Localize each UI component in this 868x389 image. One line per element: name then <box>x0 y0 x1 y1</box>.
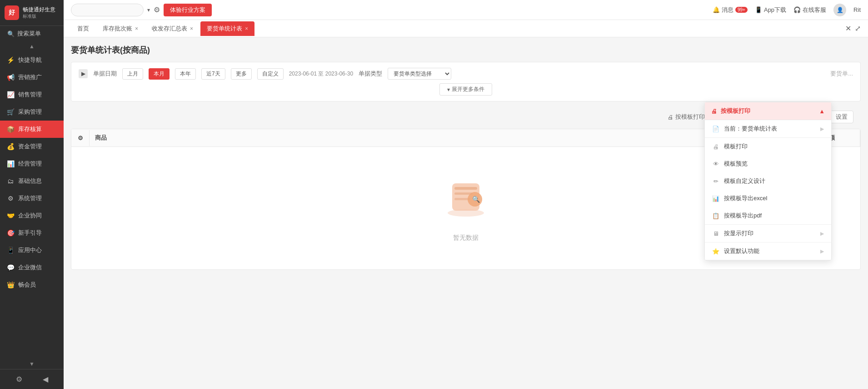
set-default-label: 设置默认功能 <box>724 247 759 255</box>
sidebar-search-label: 搜索菜单 <box>17 30 41 38</box>
dropdown-section-default: ⭐ 设置默认功能 ▶ <box>705 242 831 260</box>
topbar: ▾ ⚙ 体验行业方案 🔔 消息 99+ 📱 App下载 🎧 在线客服 👤 Rit <box>64 0 868 20</box>
template-pdf-label: 按模板导出pdf <box>724 212 762 220</box>
main-content: ▾ ⚙ 体验行业方案 🔔 消息 99+ 📱 App下载 🎧 在线客服 👤 Rit <box>64 0 868 389</box>
date-btn-current-year[interactable]: 本年 <box>175 68 196 80</box>
dropdown-item-template-design[interactable]: ✏ 模板自定义设计 <box>705 172 831 190</box>
dropdown-item-template-print[interactable]: 🖨 模板打印 <box>705 138 831 155</box>
close-window-btn[interactable]: ✕ <box>845 24 851 33</box>
filter-bar: ▶ 单据日期 上月 本月 本年 近7天 更多 自定义 2023-06-01 至 … <box>71 62 861 101</box>
th-settings[interactable]: ⚙ <box>71 130 90 146</box>
tab-order-stats[interactable]: 要货单统计表 × <box>200 21 254 36</box>
sidebar-item-finance[interactable]: 💰 资金管理 <box>0 138 64 155</box>
sidebar-search[interactable]: 🔍 搜索菜单 <box>0 26 64 41</box>
purchase-icon: 🛒 <box>6 108 15 116</box>
sidebar-item-label: 新手引导 <box>18 229 42 237</box>
date-btn-more[interactable]: 更多 <box>231 68 252 80</box>
order-type-select[interactable]: 要货单类型选择 <box>388 68 451 80</box>
sidebar-item-apps[interactable]: 📱 应用中心 <box>0 242 64 259</box>
tab-home[interactable]: 首页 <box>71 21 95 36</box>
date-btn-current-month[interactable]: 本月 <box>149 68 170 80</box>
template-excel-icon: 📊 <box>712 195 719 202</box>
template-print-label: 模板打印 <box>724 142 748 151</box>
svg-text:🔍: 🔍 <box>472 196 480 203</box>
filter-row-2: ▾ 展开更多条件 <box>79 83 853 96</box>
template-pdf-icon: 📋 <box>712 212 719 219</box>
bell-icon: 🔔 <box>713 6 720 13</box>
date-range: 2023-06-01 至 2023-06-30 <box>289 70 353 78</box>
settings-footer-btn[interactable]: ⚙ <box>16 375 22 384</box>
tab-inventory-batch-close[interactable]: × <box>135 25 138 32</box>
avatar[interactable]: 👤 <box>833 4 846 16</box>
sidebar-footer: ⚙ ◀ <box>0 369 64 389</box>
table-settings-btn[interactable]: 设置 <box>830 111 853 123</box>
logo-icon: 好 <box>5 5 19 20</box>
dropdown-section-items: 🖨 模板打印 👁 模板预览 ✏ 模板自定义设计 📊 按模板导出excel 📋 <box>705 138 831 225</box>
sidebar-item-guide[interactable]: 🎯 新手引导 <box>0 224 64 242</box>
dropdown-collapse-btn[interactable]: ▲ <box>819 108 825 115</box>
sidebar-item-member[interactable]: 👑 畅会员 <box>0 276 64 293</box>
sidebar-item-inventory[interactable]: 📦 库存核算 <box>0 121 64 138</box>
dropdown-item-current[interactable]: 📄 当前：要货单统计表 ▶ <box>705 120 831 137</box>
date-btn-last-month[interactable]: 上月 <box>122 68 143 80</box>
filter-expand-btn[interactable]: ▶ <box>79 69 88 78</box>
filter-more-options: 要货单... <box>830 70 853 78</box>
empty-icon: 🔍 <box>439 174 493 228</box>
sidebar-item-label: 库存核算 <box>18 125 42 133</box>
chevron-down-icon: ▾ <box>447 86 450 93</box>
display-print-label: 按显示打印 <box>724 229 753 237</box>
finance-icon: 💰 <box>6 143 15 150</box>
dropdown-section-display: 🖥 按显示打印 ▶ <box>705 225 831 242</box>
sidebar-item-marketing[interactable]: 📢 营销推广 <box>0 69 64 86</box>
app-download-btn[interactable]: 📱 App下载 <box>755 6 786 14</box>
display-print-arrow: ▶ <box>820 231 824 237</box>
filter-row-1: ▶ 单据日期 上月 本月 本年 近7天 更多 自定义 2023-06-01 至 … <box>79 68 853 80</box>
dropdown-item-template-excel[interactable]: 📊 按模板导出excel <box>705 190 831 207</box>
empty-text: 暂无数据 <box>453 234 479 242</box>
topbar-search-input[interactable] <box>71 4 144 16</box>
sidebar-item-label: 基础信息 <box>18 177 42 185</box>
quick-nav-icon: ⚡ <box>6 56 15 64</box>
topbar-dropdown-btn[interactable]: ▾ <box>147 7 150 13</box>
sidebar-item-label: 畅会员 <box>18 281 36 289</box>
dropdown-header[interactable]: 🖨 按模板打印 ▲ <box>705 102 831 120</box>
dropdown-item-set-default[interactable]: ⭐ 设置默认功能 ▶ <box>705 242 831 260</box>
sidebar-item-purchase[interactable]: 🛒 采购管理 <box>0 103 64 121</box>
dropdown-current-label: 当前：要货单统计表 <box>724 125 777 133</box>
current-template-icon: 📄 <box>712 126 719 132</box>
scroll-up[interactable]: ▲ <box>0 41 64 51</box>
collapse-btn[interactable]: ◀ <box>43 375 48 384</box>
dropdown-item-display-print[interactable]: 🖥 按显示打印 ▶ <box>705 225 831 242</box>
topbar-settings-icon[interactable]: ⚙ <box>154 5 160 14</box>
sidebar-item-label: 快捷导航 <box>18 56 42 64</box>
scroll-down[interactable]: ▼ <box>0 359 64 369</box>
inventory-icon: 📦 <box>6 126 15 133</box>
notifications-btn[interactable]: 🔔 消息 99+ <box>713 6 748 14</box>
date-btn-7days[interactable]: 近7天 <box>201 68 225 80</box>
tab-inventory-batch[interactable]: 库存批次账 × <box>96 21 145 36</box>
operation-icon: 📊 <box>6 160 15 167</box>
collab-icon: 🤝 <box>6 212 15 219</box>
date-btn-custom[interactable]: 自定义 <box>257 68 284 80</box>
order-type-label: 单据类型 <box>359 70 382 78</box>
sidebar-item-system[interactable]: ⚙ 系统管理 <box>0 190 64 207</box>
tab-receipt-summary[interactable]: 收发存汇总表 × <box>145 21 200 36</box>
dropdown-item-template-pdf[interactable]: 📋 按模板导出pdf <box>705 207 831 224</box>
sidebar-item-operation[interactable]: 📊 经营管理 <box>0 155 64 172</box>
sidebar-item-label: 销售管理 <box>18 91 42 99</box>
sidebar-item-quick-nav[interactable]: ⚡ 快捷导航 <box>0 51 64 69</box>
online-service-btn[interactable]: 🎧 在线客服 <box>793 6 826 14</box>
dropdown-item-template-preview[interactable]: 👁 模板预览 <box>705 155 831 172</box>
expand-more-btn[interactable]: ▾ 展开更多条件 <box>439 83 492 96</box>
tab-receipt-summary-close[interactable]: × <box>190 25 193 32</box>
industry-btn[interactable]: 体验行业方案 <box>164 4 212 16</box>
maximize-window-btn[interactable]: ⤢ <box>855 24 861 33</box>
sidebar-item-sales[interactable]: 📈 销售管理 <box>0 86 64 103</box>
template-design-label: 模板自定义设计 <box>724 177 765 185</box>
sidebar-item-wechat[interactable]: 💬 企业微信 <box>0 259 64 276</box>
sidebar-item-collab[interactable]: 🤝 企业协同 <box>0 207 64 224</box>
sidebar-item-basic[interactable]: 🗂 基础信息 <box>0 172 64 190</box>
tab-order-stats-close[interactable]: × <box>245 25 248 32</box>
wechat-icon: 💬 <box>6 264 15 271</box>
template-preview-label: 模板预览 <box>724 160 748 168</box>
